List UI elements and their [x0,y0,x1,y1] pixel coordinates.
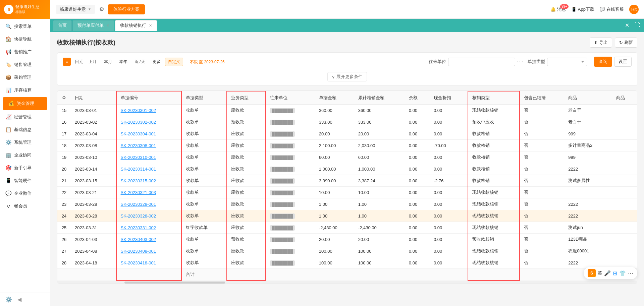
page-content: 收款核销执行(按收款) ⬆ 导出 ↻ 刷新 » 日期 [50,32,644,306]
sidebar-item-finance[interactable]: 💰 资金管理 [3,97,47,110]
last-7-days-btn[interactable]: 近7天 [132,58,148,66]
notification-button[interactable]: 🔔 消息 99+ [550,6,566,12]
col-product2: 商品 [612,91,637,105]
custom-date-btn[interactable]: 自定义 [165,58,183,66]
sidebar-label-marketing: 营销推广 [14,49,32,55]
voucher-link[interactable]: SK-20230403-002 [121,237,156,242]
sidebar-label-quick-nav: 快捷导航 [14,36,32,42]
avatar[interactable]: Rit [629,5,639,14]
col-balance: 余额 [405,91,430,105]
col-settings[interactable]: ⚙ [57,91,71,105]
voucher-link[interactable]: SK-20230328-001 [121,202,156,207]
sidebar-item-guide[interactable]: 🎯 新手引导 [0,162,50,174]
sidebar-item-basic[interactable]: 📋 基础信息 [0,123,50,136]
chevron-right-icon: » [65,59,68,64]
more-tools-icon[interactable]: ⋯ [628,270,633,277]
hardware-icon: 📱 [5,178,11,184]
more-date-btn[interactable]: 更多 [150,58,164,66]
inventory-icon: 📊 [5,87,11,93]
sogou-logo: S [588,269,596,277]
total-label: 合计 [181,269,227,281]
sidebar-item-vip[interactable]: V 畅会员 [0,200,50,212]
sidebar-label-enterprise: 企业协同 [14,152,32,158]
filter-partner-group: 往来单位 ··· [429,58,524,66]
sidebar-item-operation[interactable]: 📈 经营管理 [0,111,50,123]
filter-toggle-button[interactable]: » [63,58,71,66]
sidebar-item-inventory[interactable]: 📊 库存核算 [0,84,50,97]
close-tab-pre-payment[interactable]: ✕ [106,23,109,28]
voucher-link[interactable]: SK-20230308-001 [121,143,156,148]
online-service-button[interactable]: 💬 在线客服 [600,6,624,12]
page-header: 收款核销执行(按收款) ⬆ 导出 ↻ 刷新 [57,38,637,48]
shirt-icon[interactable]: 👕 [619,270,626,277]
maximize-icon[interactable]: ⛶ [633,21,641,30]
brand-name: 畅康道好生意 [15,4,40,10]
voucher-link[interactable]: SK-20230408-001 [121,249,156,254]
sidebar-item-quick-nav[interactable]: 🏠 快捷导航 [0,33,50,46]
gear-icon[interactable]: ⚙ [99,6,104,12]
partner-more-icon[interactable]: ··· [517,59,524,65]
sidebar-item-system[interactable]: ⚙️ 系统管理 [0,136,50,149]
sidebar-bottom: ⚙️ ◀ [0,293,50,306]
voucher-link[interactable]: SK-20230314-001 [121,167,156,172]
bell-icon: 🔔 [550,7,556,12]
col-voucher-no: 单据编号 [116,91,182,105]
tab-pre-payment[interactable]: 预付单应付单 ✕ [72,20,114,31]
sidebar-item-hardware[interactable]: 📱 智能硬件 [0,174,50,187]
tab-payment-exec-label: 收款核销执行 [120,22,146,28]
sidebar-item-marketing[interactable]: 📢 营销推广 [0,46,50,58]
query-button[interactable]: 查询 [594,57,612,67]
tag-icon: 🏷️ [5,62,11,68]
voucher-link[interactable]: SK-20230331-002 [121,225,156,230]
sidebar-item-sales[interactable]: 🏷️ 销售管理 [0,58,50,71]
voucher-link[interactable]: SK-20230328-002 [121,213,156,219]
tab-home[interactable]: 首页 [53,20,72,31]
box-icon: 📦 [5,74,11,80]
col-amount: 单据金额 [315,91,354,105]
brand-selector[interactable]: 畅康道好生意 ▼ [56,5,95,14]
system-icon: ⚙️ [5,139,11,145]
data-table-container: ⚙ 日期 单据编号 单据类型 业务类型 往来单位 单据金额 累计核销金额 余额 … [57,90,637,284]
settings-bottom-icon[interactable]: ⚙️ [5,296,12,303]
col-cash-discount: 现金折扣 [430,91,468,105]
refresh-button[interactable]: ↻ 刷新 [615,38,637,48]
vip-icon: V [5,203,11,209]
voucher-link[interactable]: SK-20230301-002 [121,108,156,113]
search-icon: 🔍 [5,23,11,29]
sidebar-item-purchase[interactable]: 📦 采购管理 [0,71,50,84]
this-month-btn[interactable]: 本月 [101,58,115,66]
solution-button[interactable]: 体验行业方案 [108,4,145,14]
sidebar-item-search[interactable]: 🔍 搜索菜单 [0,20,50,33]
expand-conditions-button[interactable]: ∨ 展开更多条件 [327,72,367,81]
app-download-button[interactable]: 📱 App下载 [571,6,594,12]
col-cancel-type: 核销类型 [468,91,520,105]
topbar: 畅康道好生意 ▼ ⚙ 体验行业方案 🔔 消息 99+ 📱 App下载 💬 在线客… [50,0,644,19]
tab-payment-exec[interactable]: 收款核销执行 ✕ [115,20,157,31]
close-tab-icon[interactable]: ✕ [624,21,631,30]
horizontal-scrollbar[interactable] [57,281,637,284]
voucher-link[interactable]: SK-20230321-003 [121,190,156,195]
sidebar-item-enterprise[interactable]: 🏢 企业协同 [0,149,50,162]
filter-bar: » 日期 上月 本月 本年 近7天 更多 自定义 不限 至 2023-07-26 [57,52,637,86]
close-tab-payment-exec[interactable]: ✕ [149,23,152,28]
voucher-link[interactable]: SK-20230302-002 [121,120,156,125]
chevron-down-icon: ▼ [88,7,91,11]
voucher-link[interactable]: SK-20230315-002 [121,178,156,183]
voucher-link[interactable]: SK-20230310-001 [121,155,156,160]
voucher-link[interactable]: SK-20230418-001 [121,260,156,265]
mic-icon[interactable]: 🎤 [604,270,611,277]
this-year-btn[interactable]: 本年 [116,58,130,66]
settings-button[interactable]: 设置 [614,57,632,67]
grid-icon[interactable]: ⊞ [613,270,617,277]
sidebar-label-finance: 资金管理 [17,101,34,107]
ime-text: 英 [598,270,602,276]
scrollbar-thumb[interactable] [124,282,225,284]
export-button[interactable]: ⬆ 导出 [590,38,612,48]
collapse-icon[interactable]: ◀ [17,296,21,303]
last-month-btn[interactable]: 上月 [86,58,100,66]
voucher-link[interactable]: SK-20230304-001 [121,131,156,136]
sidebar-item-wechat[interactable]: 💬 企业微信 [0,187,50,200]
partner-input[interactable] [448,58,515,66]
col-voucher-type: 单据类型 [181,91,227,105]
voucher-type-select[interactable]: 收款单 红字收款单 [547,58,587,66]
